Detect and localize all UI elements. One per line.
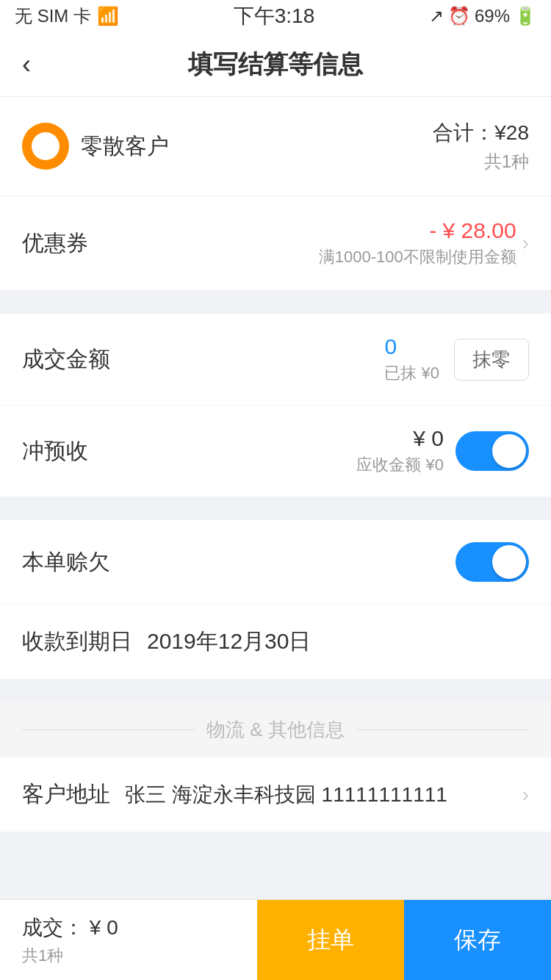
debt-toggle[interactable]	[455, 542, 529, 582]
prepay-amount: ¥ 0	[356, 426, 444, 451]
avatar-icon	[32, 132, 60, 160]
prepay-row: 冲预收 ¥ 0 应收金额 ¥0	[0, 406, 551, 497]
logistics-label: 物流 & 其他信息	[206, 717, 345, 743]
alarm-icon: ⏰	[448, 6, 470, 26]
prepay-label: 冲预收	[22, 436, 88, 466]
deal-label-block: 成交金额	[22, 345, 110, 375]
location-icon: ↗	[429, 6, 444, 26]
status-bar: 无 SIM 卡 📶 下午3:18 ↗ ⏰ 69% 🔋	[0, 0, 551, 32]
deal-value: 0	[384, 334, 439, 359]
customer-row: 零散客户 合计：¥28 共1种	[0, 97, 551, 195]
coupon-right: - ¥ 28.00 满1000-100不限制使用金额 ›	[319, 218, 529, 268]
status-left: 无 SIM 卡 📶	[15, 4, 119, 28]
avatar	[22, 123, 69, 170]
duedate-row: 收款到期日 2019年12月30日	[0, 604, 551, 679]
customer-left: 零散客户	[22, 123, 169, 170]
chevron-right-icon: ›	[522, 231, 529, 255]
duedate-value: 2019年12月30日	[147, 627, 311, 657]
deal-label: 成交金额	[22, 345, 110, 375]
section-divider-3	[0, 691, 551, 702]
customer-name: 零散客户	[81, 131, 169, 162]
status-right: ↗ ⏰ 69% 🔋	[429, 6, 536, 26]
coupon-amount: - ¥ 28.00	[319, 218, 516, 243]
bottom-count: 共1种	[22, 945, 235, 967]
debt-row: 本单赊欠	[0, 520, 551, 604]
hang-order-button[interactable]: 挂单	[257, 900, 404, 980]
section-divider-2	[0, 508, 551, 520]
status-time: 下午3:18	[234, 2, 315, 30]
deal-row: 成交金额 0 已抹 ¥0 抹零	[0, 314, 551, 406]
wifi-icon: 📶	[97, 6, 119, 26]
address-chevron-icon: ›	[522, 783, 529, 807]
prepay-amount-block: ¥ 0 应收金额 ¥0	[356, 426, 444, 476]
customer-count: 共1种	[433, 150, 529, 173]
deal-section: 成交金额 0 已抹 ¥0 抹零 冲预收 ¥ 0 应收金额 ¥0	[0, 314, 551, 497]
sim-indicator: 无 SIM 卡	[15, 4, 91, 28]
battery-percent: 69%	[475, 6, 510, 26]
bottom-summary: 成交： ¥ 0 共1种	[0, 900, 257, 980]
bottom-deal-label: 成交：	[22, 916, 84, 939]
debt-section: 本单赊欠 收款到期日 2019年12月30日	[0, 520, 551, 679]
page-title: 填写结算等信息	[188, 48, 363, 82]
customer-total: 合计：¥28	[433, 119, 529, 147]
address-row[interactable]: 客户地址 张三 海淀永丰科技园 11111111111 ›	[0, 757, 551, 832]
prepay-right: ¥ 0 应收金额 ¥0	[356, 426, 529, 476]
coupon-label: 优惠券	[22, 228, 88, 259]
debt-label: 本单赊欠	[22, 547, 110, 577]
nav-bar: ‹ 填写结算等信息	[0, 32, 551, 97]
back-button[interactable]: ‹	[22, 49, 31, 80]
battery-icon: 🔋	[514, 6, 536, 26]
save-button[interactable]: 保存	[404, 900, 551, 980]
logistics-section: 物流 & 其他信息	[0, 702, 551, 757]
address-section: 客户地址 张三 海淀永丰科技园 11111111111 ›	[0, 757, 551, 832]
duedate-label: 收款到期日	[22, 627, 132, 657]
toggle-knob	[492, 434, 526, 468]
customer-section: 零散客户 合计：¥28 共1种 优惠券 - ¥ 28.00 满1000-100不…	[0, 97, 551, 290]
customer-right: 合计：¥28 共1种	[433, 119, 529, 173]
round-down-button[interactable]: 抹零	[454, 339, 529, 381]
coupon-desc: 满1000-100不限制使用金额	[319, 246, 516, 268]
bottom-bar: 成交： ¥ 0 共1种 挂单 保存	[0, 899, 551, 980]
section-divider-1	[0, 302, 551, 314]
coupon-info: - ¥ 28.00 满1000-100不限制使用金额	[319, 218, 516, 268]
debt-toggle-knob	[492, 545, 526, 579]
bottom-deal: 成交： ¥ 0	[22, 914, 235, 942]
prepay-sub: 应收金额 ¥0	[356, 454, 444, 476]
deal-value-block: 0 已抹 ¥0	[384, 334, 439, 384]
deal-sub: 已抹 ¥0	[384, 362, 439, 384]
address-label: 客户地址	[22, 779, 110, 810]
coupon-row[interactable]: 优惠券 - ¥ 28.00 满1000-100不限制使用金额 ›	[0, 195, 551, 290]
deal-right: 0 已抹 ¥0 抹零	[384, 334, 529, 384]
address-value: 张三 海淀永丰科技园 11111111111	[125, 781, 522, 809]
bottom-deal-value: ¥ 0	[90, 916, 118, 939]
prepay-toggle[interactable]	[455, 431, 529, 471]
